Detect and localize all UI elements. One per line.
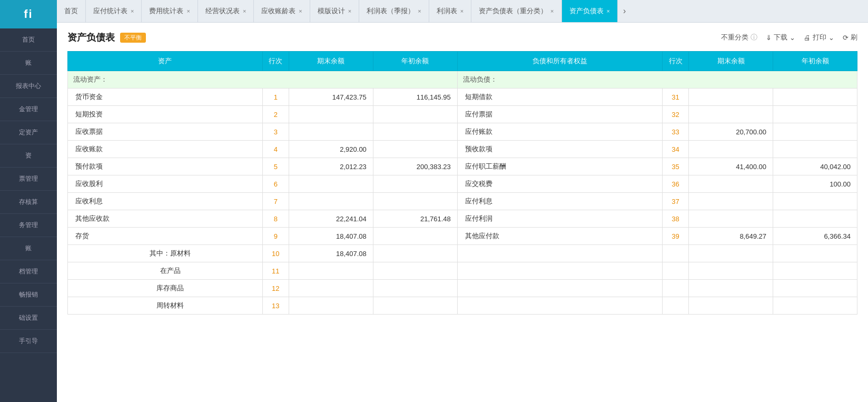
header-row-num-left: 行次	[262, 52, 289, 71]
table-row: 应收股利 6 应交税费 36 100.00	[68, 175, 857, 193]
liability-name-0: 短期借款	[457, 89, 662, 106]
row-num-right-10	[663, 262, 689, 280]
end-bal-left-10	[289, 262, 373, 280]
tab-operations-label: 经营状况表	[205, 6, 240, 16]
begin-bal-right-0	[773, 89, 857, 106]
sidebar-item-settings[interactable]: 础设置	[0, 307, 57, 330]
help-icon[interactable]: ⓘ	[751, 33, 757, 42]
section-header-right: 流动负债：	[457, 71, 857, 89]
liability-name-3: 预收款项	[457, 141, 662, 158]
tab-home[interactable]: 首页	[57, 0, 86, 22]
table-row: 库存商品 12	[68, 280, 857, 297]
page-actions: 不重分类 ⓘ ⇓ 下载 ⌄ 🖨 打印 ⌄ ⟳ 刷	[721, 33, 857, 42]
liability-name-1: 应付票据	[457, 106, 662, 123]
header-row-num-right: 行次	[663, 52, 689, 71]
liability-name-5: 应交税费	[457, 175, 662, 193]
tab-template-design-close[interactable]: ×	[348, 8, 351, 14]
print-chevron-icon: ⌄	[828, 34, 834, 42]
sidebar-item-tickets[interactable]: 票管理	[0, 168, 57, 191]
table-row: 其中：原材料 10 18,407.08	[68, 245, 857, 262]
begin-bal-left-8	[373, 228, 457, 245]
row-num-right-7: 38	[663, 210, 689, 228]
tab-profit[interactable]: 利润表 ×	[429, 0, 471, 22]
header-begin-balance-right: 年初余额	[773, 52, 857, 71]
table-row: 应收票据 3 应付账款 33 20,700.00	[68, 123, 857, 141]
begin-bal-left-10	[373, 262, 457, 280]
main-area: 首页 应付统计表 × 费用统计表 × 经营状况表 × 应收账龄表 × 模版设计 …	[57, 0, 868, 402]
tab-template-design[interactable]: 模版设计 ×	[310, 0, 359, 22]
section-header-left: 流动资产：	[68, 71, 458, 89]
asset-name-6: 应收利息	[68, 193, 263, 210]
sidebar-item-archive[interactable]: 档管理	[0, 260, 57, 283]
row-num-left-3: 4	[262, 141, 289, 158]
tab-expense-stats-close[interactable]: ×	[186, 8, 190, 14]
header-end-balance-right: 期末余额	[689, 52, 773, 71]
table-row: 在产品 11	[68, 262, 857, 280]
asset-name-10: 在产品	[68, 262, 263, 280]
begin-bal-left-0: 116,145.95	[373, 89, 457, 106]
sidebar-item-funds[interactable]: 金管理	[0, 98, 57, 121]
asset-name-9: 其中：原材料	[68, 245, 263, 262]
tab-payable-stats-close[interactable]: ×	[131, 8, 134, 14]
sidebar-item-inventory[interactable]: 存核算	[0, 191, 57, 214]
sidebar-item-guide[interactable]: 手引导	[0, 330, 57, 353]
header-liability: 负债和所有者权益	[457, 52, 662, 71]
table-row: 存货 9 18,407.08 其他应付款 39 8,649.27 6,366.3…	[68, 228, 857, 245]
download-label: 下载	[774, 33, 787, 42]
header-begin-balance-left: 年初余额	[373, 52, 457, 71]
refresh-icon: ⟳	[843, 34, 849, 42]
sidebar-item-home[interactable]: 首页	[0, 28, 57, 52]
tab-receivable-aging[interactable]: 应收账龄表 ×	[254, 0, 310, 22]
tab-profit-quarterly-close[interactable]: ×	[418, 8, 421, 14]
sidebar-item-affairs[interactable]: 务管理	[0, 214, 57, 237]
asset-name-7: 其他应收款	[68, 210, 263, 228]
asset-name-11: 库存商品	[68, 280, 263, 297]
end-bal-left-11	[289, 280, 373, 297]
sidebar-item-ledger[interactable]: 账	[0, 237, 57, 260]
row-num-left-10: 11	[262, 262, 289, 280]
balance-table: 资产 行次 期末余额 年初余额 负债和所有者权益 行次 期末余额 年初余额 流动…	[67, 51, 857, 315]
tab-operations[interactable]: 经营状况表 ×	[198, 0, 254, 22]
tab-balance-reclassified[interactable]: 资产负债表（重分类） ×	[471, 0, 561, 22]
refresh-button[interactable]: ⟳ 刷	[843, 33, 857, 42]
tab-operations-close[interactable]: ×	[243, 8, 246, 14]
tab-balance-close[interactable]: ×	[607, 8, 610, 14]
download-icon: ⇓	[766, 34, 772, 42]
end-bal-right-3	[689, 141, 773, 158]
tab-receivable-aging-close[interactable]: ×	[299, 8, 302, 14]
tab-payable-stats[interactable]: 应付统计表 ×	[86, 0, 142, 22]
tab-template-design-label: 模版设计	[318, 6, 345, 16]
tab-balance-reclassified-close[interactable]: ×	[550, 8, 554, 14]
table-header-row: 资产 行次 期末余额 年初余额 负债和所有者权益 行次 期末余额 年初余额	[68, 52, 857, 71]
end-bal-right-0	[689, 89, 773, 106]
tab-expense-stats[interactable]: 费用统计表 ×	[142, 0, 198, 22]
tab-profit-quarterly[interactable]: 利润表（季报） ×	[359, 0, 429, 22]
sidebar: fi 首页 账 报表中心 金管理 定资产 资 票管理 存核算 务管理 账 档管理…	[0, 0, 57, 402]
tab-balance-reclassified-label: 资产负债表（重分类）	[479, 6, 547, 16]
end-bal-left-5	[289, 175, 373, 193]
print-label: 打印	[813, 33, 826, 42]
end-bal-left-4: 2,012.23	[289, 158, 373, 175]
download-button[interactable]: ⇓ 下载 ⌄	[766, 33, 795, 42]
header-end-balance-left: 期末余额	[289, 52, 373, 71]
begin-bal-right-1	[773, 106, 857, 123]
sidebar-item-expense[interactable]: 畅报销	[0, 283, 57, 307]
unbalanced-badge: 不平衡	[120, 33, 146, 43]
sidebar-item-fixed-assets[interactable]: 定资产	[0, 121, 57, 144]
sidebar-item-reports[interactable]: 报表中心	[0, 75, 57, 98]
liability-name-10	[457, 262, 662, 280]
tab-balance-label: 资产负债表	[569, 6, 604, 16]
tab-balance[interactable]: 资产负债表 ×	[562, 0, 618, 22]
row-num-left-0: 1	[262, 89, 289, 106]
tab-profit-close[interactable]: ×	[460, 8, 463, 14]
sidebar-item-account[interactable]: 账	[0, 52, 57, 75]
end-bal-right-9	[689, 245, 773, 262]
sidebar-item-investment[interactable]: 资	[0, 144, 57, 168]
tab-more-button[interactable]: ›	[618, 6, 631, 16]
asset-name-1: 短期投资	[68, 106, 263, 123]
page-header: 资产负债表 不平衡 不重分类 ⓘ ⇓ 下载 ⌄ 🖨 打印 ⌄	[67, 31, 857, 44]
print-button[interactable]: 🖨 打印 ⌄	[804, 33, 834, 42]
tab-bar: 首页 应付统计表 × 费用统计表 × 经营状况表 × 应收账龄表 × 模版设计 …	[57, 0, 868, 23]
table-row: 周转材料 13	[68, 297, 857, 315]
end-bal-right-7	[689, 210, 773, 228]
